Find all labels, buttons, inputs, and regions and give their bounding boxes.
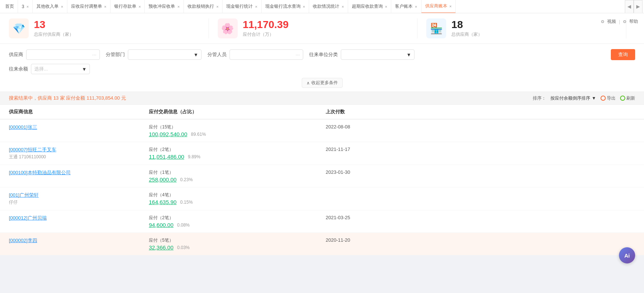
nav-tab-bank-deposit[interactable]: 银行存款单×	[111, 0, 145, 13]
trans-label-5: 应付（5笔）	[149, 237, 326, 244]
last-pay-cell-5: 2020-11-20	[326, 237, 635, 243]
nav-arrow-right[interactable]: ▶	[634, 0, 643, 13]
nav-tab-supplier-account[interactable]: 供应商账本×	[421, 0, 456, 13]
result-info: 搜索结果中，供应商 13 家 应付金额 111,703,854.00 元	[9, 95, 126, 101]
balance-select[interactable]: 选择... ▼	[31, 64, 90, 74]
total-suppliers-number: 18	[451, 19, 482, 31]
stat-payable-total: 🌸 11,170.39 应付合计（万）	[218, 18, 418, 38]
data-table: 供应商信息 应付交易信息（占比） 上次付数 [000001]张三应付（15笔）1…	[0, 105, 644, 255]
export-button[interactable]: 导出	[601, 95, 616, 101]
close-tab-supplier-account[interactable]: ×	[449, 4, 452, 8]
store-icon: 🏪	[426, 18, 446, 38]
help-link[interactable]: 帮助	[629, 18, 638, 25]
person-dots-icon: ···	[295, 52, 300, 58]
supplier-input[interactable]: ···	[26, 49, 100, 60]
export-icon	[601, 96, 606, 101]
nav-tab-home[interactable]: 首页	[1, 0, 18, 13]
close-tab-cash-bank-flow[interactable]: ×	[303, 4, 305, 9]
nav-tab-other-income[interactable]: 其他收入单×	[33, 0, 67, 13]
supplier-cell-3: [001]广州荣轩仔仔	[9, 192, 149, 206]
last-pay-value-0: 2022-08-08	[326, 124, 350, 130]
trans-pct-0: 89.61%	[191, 132, 206, 137]
category-select[interactable]: ▼	[341, 49, 414, 60]
close-tab-collect-stat[interactable]: ×	[342, 4, 344, 9]
trans-amount-3[interactable]: 164,635.90	[149, 199, 176, 205]
trans-pct-2: 0.23%	[180, 177, 193, 182]
nav-tab-cash-bank-flow[interactable]: 现金银行流水查询×	[262, 0, 309, 13]
supplier-link-0[interactable]: [000001]张三	[9, 124, 37, 130]
nav-arrow-left[interactable]: ◀	[625, 0, 634, 13]
close-tab-other-income[interactable]: ×	[61, 4, 63, 9]
refresh-button[interactable]: 刷新	[620, 95, 635, 101]
balance-filter: 往来余额 选择... ▼	[9, 64, 90, 74]
export-label: 导出	[607, 95, 616, 101]
nav-tab-tab3[interactable]: 3×	[18, 0, 33, 13]
table-body: [000001]张三应付（15笔）100,092,540.0089.61%202…	[0, 120, 644, 255]
supplier-cell-5: [000002]李四	[9, 237, 149, 244]
result-suffix1: 家 应付金额	[60, 95, 85, 101]
supplier-cell-0: [000001]张三	[9, 124, 149, 131]
category-arrow-icon: ▼	[406, 52, 411, 58]
close-tab-collect-verify[interactable]: ×	[216, 4, 218, 9]
payable-icon: 🌸	[218, 18, 238, 38]
nav-tab-customer-account[interactable]: 客户账本×	[391, 0, 421, 13]
th-supplier: 供应商信息	[9, 108, 149, 115]
supplier-dots-icon: ···	[92, 52, 97, 58]
trans-amount-2[interactable]: 258,000.00	[149, 176, 176, 183]
close-tab-ap-adjust[interactable]: ×	[104, 4, 106, 9]
collapse-button[interactable]: ∧ 收起更多条件	[302, 78, 343, 88]
person-input[interactable]: ···	[230, 49, 303, 60]
trans-label-0: 应付（15笔）	[149, 124, 326, 130]
top-navigation: 首页3×其他收入单×应收应付调整单×银行存款单×预收冲应收单×收款核销执行×现金…	[0, 0, 644, 13]
nav-tab-collect-stat[interactable]: 收款情况统计×	[309, 0, 348, 13]
circle-icon2: ⊙	[623, 19, 626, 24]
supplier-filter: 供应商 ···	[9, 49, 100, 60]
close-tab-customer-account[interactable]: ×	[415, 4, 417, 9]
person-filter: 分管人员 ···	[207, 49, 303, 60]
last-pay-cell-4: 2021-03-25	[326, 215, 635, 220]
payable-total-number: 11,170.39	[243, 19, 289, 31]
ai-assistant-button[interactable]: Ai	[619, 247, 635, 263]
supplier-link-5[interactable]: [000002]李四	[9, 238, 37, 243]
supplier-link-4[interactable]: [000012]广州贝瑞	[9, 215, 47, 221]
search-button[interactable]: 查询	[611, 49, 635, 60]
table-row: [000007]恒旺二手叉车王通 17106110000应付（2笔）11,051…	[0, 142, 644, 165]
trans-amount-0[interactable]: 100,092,540.00	[149, 131, 187, 137]
category-filter: 往来单位分类 ▼	[309, 49, 414, 60]
supplier-link-1[interactable]: [000007]恒旺二手叉车	[9, 147, 56, 152]
filter-row-2: 往来余额 选择... ▼	[9, 64, 635, 74]
close-tab-cash-bank-stat[interactable]: ×	[255, 4, 257, 9]
trans-pct-4: 0.08%	[177, 223, 190, 228]
dept-select[interactable]: ▼	[128, 49, 202, 60]
transaction-cell-5: 应付（5笔）32,366.000.03%	[149, 237, 326, 251]
last-pay-value-5: 2020-11-20	[326, 237, 350, 243]
nav-tab-ap-adjust[interactable]: 应收应付调整单×	[67, 0, 111, 13]
transaction-cell-0: 应付（15笔）100,092,540.0089.61%	[149, 124, 326, 137]
balance-placeholder: 选择...	[34, 66, 48, 72]
video-link[interactable]: 视频	[607, 18, 616, 25]
trans-amount-5[interactable]: 32,366.00	[149, 244, 174, 251]
close-tab-bank-deposit[interactable]: ×	[139, 4, 141, 9]
sort-value: 按应付余额倒序排序	[550, 95, 590, 101]
nav-tab-advance-collect[interactable]: 预收冲应收单×	[145, 0, 183, 13]
th-last-pay: 上次付数	[326, 108, 635, 115]
top-right-links: ⊙ 视频 | ⊙ 帮助	[601, 18, 638, 25]
last-pay-cell-0: 2022-08-08	[326, 124, 635, 130]
payable-suppliers-label: 总应付供应商（家）	[34, 31, 74, 38]
refresh-label: 刷新	[626, 95, 635, 101]
nav-tab-cash-bank-stat[interactable]: 现金银行统计×	[223, 0, 261, 13]
nav-tab-overdue-query[interactable]: 超期应收款查询×	[348, 0, 391, 13]
trans-amount-4[interactable]: 94,600.00	[149, 222, 174, 228]
result-prefix: 搜索结果中，供应商	[9, 95, 52, 101]
trans-amount-1[interactable]: 11,051,486.00	[149, 154, 184, 160]
supplier-link-3[interactable]: [001]广州荣轩	[9, 192, 39, 198]
supplier-cell-2: [000100]本特勤油品有限公司	[9, 169, 149, 176]
nav-tab-collect-verify[interactable]: 收款核销执行×	[184, 0, 223, 13]
th-transaction: 应付交易信息（占比）	[149, 108, 326, 115]
close-tab-overdue-query[interactable]: ×	[385, 4, 387, 9]
close-tab-tab3[interactable]: ×	[27, 4, 29, 9]
sort-label: 排序：	[533, 95, 546, 101]
sort-select[interactable]: 按应付余额倒序排序 ▼	[550, 95, 596, 101]
supplier-link-2[interactable]: [000100]本特勤油品有限公司	[9, 170, 71, 175]
close-tab-advance-collect[interactable]: ×	[177, 4, 179, 9]
